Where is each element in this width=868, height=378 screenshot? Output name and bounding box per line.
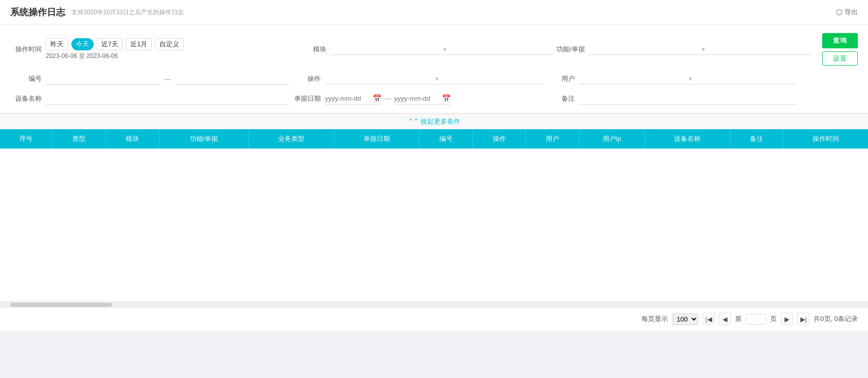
action-buttons: 查询 设置 <box>822 33 858 66</box>
date-from-input[interactable] <box>325 95 371 102</box>
collapse-bar[interactable]: ⌃⌃ 收起更多条件 <box>0 113 868 129</box>
col-serial: 编号 <box>419 129 472 149</box>
collapse-label: 收起更多条件 <box>421 118 460 125</box>
time-buttons: 昨天 今天 近7天 近1月 自定义 <box>46 38 295 50</box>
device-filter-col: 设备名称 <box>10 93 289 105</box>
table-header: 序号 类型 模块 功能/单据 业务类型 单据日期 编号 操作 用户 用户ip 设… <box>0 129 868 149</box>
remark-input[interactable] <box>579 93 797 105</box>
col-type: 类型 <box>52 129 105 149</box>
last-page-button[interactable]: ▶| <box>797 313 809 325</box>
col-operation: 操作 <box>472 129 525 149</box>
time-btn-7days[interactable]: 近7天 <box>97 38 123 50</box>
function-select-wrap: ▼ <box>589 44 812 55</box>
user-select[interactable]: ▼ <box>579 74 797 84</box>
col-device: 设备名称 <box>645 129 730 149</box>
col-voucher-date: 单据日期 <box>334 129 419 149</box>
function-select[interactable]: ▼ <box>589 44 812 55</box>
time-btn-custom[interactable]: 自定义 <box>155 38 184 50</box>
module-label: 模块 <box>295 45 330 54</box>
function-label: 功能/单据 <box>553 45 589 54</box>
serial-input-wrap: — <box>46 73 289 85</box>
operation-filter-col: 操作 ▼ <box>289 74 543 84</box>
serial-dash: — <box>164 75 171 83</box>
operation-label: 操作 <box>289 74 325 83</box>
last-page-icon: ▶| <box>800 315 807 323</box>
date-to-input[interactable] <box>394 95 440 102</box>
first-page-button[interactable]: |◀ <box>703 313 715 325</box>
module-arrow-icon: ▼ <box>442 46 553 52</box>
function-arrow-icon: ▼ <box>701 46 812 52</box>
serial-input-to[interactable] <box>175 73 290 85</box>
operation-arrow-icon: ▼ <box>434 76 543 82</box>
user-label: 用户 <box>543 74 579 83</box>
date-range-control: 📅 — 📅 <box>325 92 543 105</box>
query-button[interactable]: 查询 <box>822 33 858 48</box>
page-header: 系统操作日志 支持2020年10月31日之后产生的操作日志 ⬡ 导出 <box>0 0 868 25</box>
settings-button[interactable]: 设置 <box>822 51 858 66</box>
operation-select-wrap: ▼ <box>325 74 543 84</box>
time-label: 操作时间 <box>10 45 46 54</box>
export-label: 导出 <box>845 8 858 17</box>
col-user-ip: 用户ip <box>579 129 645 149</box>
user-arrow-icon: ▼ <box>688 76 797 82</box>
module-filter-col: 模块 ▼ <box>295 44 553 55</box>
remark-filter-col: 备注 <box>543 93 797 105</box>
table-container: 序号 类型 模块 功能/单据 业务类型 单据日期 编号 操作 用户 用户ip 设… <box>0 129 868 301</box>
title-area: 系统操作日志 支持2020年10月31日之后产生的操作日志 <box>10 6 184 18</box>
user-filter-col: 用户 ▼ <box>543 74 797 84</box>
filter-row-2: 编号 — 操作 ▼ <box>10 73 858 85</box>
horizontal-scrollbar[interactable] <box>0 301 868 307</box>
time-btn-yesterday[interactable]: 昨天 <box>46 38 68 50</box>
voucher-date-label: 单据日期 <box>289 94 325 103</box>
next-page-button[interactable]: ▶ <box>781 313 793 325</box>
date-from-wrap: 📅 <box>325 92 381 105</box>
col-module: 模块 <box>106 129 159 149</box>
voucher-date-filter-col: 单据日期 📅 — 📅 <box>289 92 543 105</box>
remark-label: 备注 <box>543 94 579 103</box>
device-input[interactable] <box>46 93 289 105</box>
time-btn-1month[interactable]: 近1月 <box>126 38 152 50</box>
per-page-label: 每页显示 <box>641 314 668 324</box>
filter-panel: 操作时间 昨天 今天 近7天 近1月 自定义 2023-06-06 至 2023… <box>0 25 868 113</box>
export-button[interactable]: ⬡ 导出 <box>836 8 858 17</box>
prev-page-icon: ◀ <box>722 315 727 323</box>
page-suffix: 页 <box>770 314 777 324</box>
page-label: 第 <box>735 314 742 324</box>
prev-page-button[interactable]: ◀ <box>719 313 731 325</box>
time-filter-col: 操作时间 昨天 今天 近7天 近1月 自定义 2023-06-06 至 2023… <box>10 38 295 61</box>
date-range-display: 2023-06-06 至 2023-06-06 <box>46 52 295 61</box>
filter-row-3: 设备名称 单据日期 📅 — <box>10 92 858 105</box>
col-biz-type: 业务类型 <box>249 129 334 149</box>
page-size-select[interactable]: 100 10 20 50 200 <box>672 313 698 325</box>
filter-row-1: 操作时间 昨天 今天 近7天 近1月 自定义 2023-06-06 至 2023… <box>10 33 858 66</box>
col-function: 功能/单据 <box>159 129 248 149</box>
time-btn-today[interactable]: 今天 <box>71 38 94 50</box>
module-select[interactable]: ▼ <box>330 44 553 55</box>
serial-label: 编号 <box>10 74 46 83</box>
page-number-input[interactable]: 1 <box>746 314 766 325</box>
operation-select[interactable]: ▼ <box>325 74 543 84</box>
voucher-date-wrap: 📅 — 📅 <box>325 92 543 105</box>
pagination-bar: 每页显示 100 10 20 50 200 ▼ |◀ ◀ 第 1 页 ▶ ▶| … <box>0 307 868 330</box>
col-index: 序号 <box>0 129 52 149</box>
remark-input-wrap <box>579 93 797 105</box>
collapse-up-icon: ⌃⌃ <box>408 118 421 125</box>
export-icon: ⬡ <box>836 8 843 17</box>
empty-area <box>0 149 868 301</box>
function-filter-col: 功能/单据 ▼ <box>553 44 812 55</box>
next-page-icon: ▶ <box>785 315 790 323</box>
page-subtitle: 支持2020年10月31日之后产生的操作日志 <box>71 8 184 17</box>
calendar-from-icon[interactable]: 📅 <box>373 94 381 102</box>
total-info: 共0页, 0条记录 <box>814 314 858 324</box>
user-select-wrap: ▼ <box>579 74 797 84</box>
date-to-wrap: 📅 <box>394 92 451 105</box>
serial-filter-col: 编号 — <box>10 73 289 85</box>
serial-input-from[interactable] <box>46 73 160 85</box>
time-filter-controls: 昨天 今天 近7天 近1月 自定义 2023-06-06 至 2023-06-0… <box>46 38 295 61</box>
data-table: 序号 类型 模块 功能/单据 业务类型 单据日期 编号 操作 用户 用户ip 设… <box>0 129 868 149</box>
device-input-wrap <box>46 93 289 105</box>
device-label: 设备名称 <box>10 94 46 103</box>
scrollbar-thumb[interactable] <box>10 303 112 307</box>
date-separator: — <box>384 95 391 102</box>
calendar-to-icon[interactable]: 📅 <box>442 94 451 102</box>
